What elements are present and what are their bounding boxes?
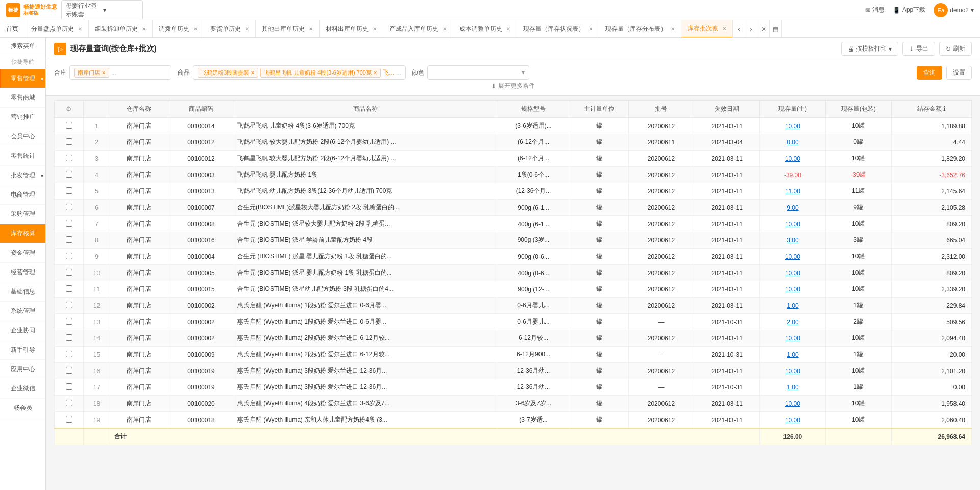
sidebar-item-inventory[interactable]: 库存核算 [0,224,45,243]
sidebar-item-member2[interactable]: 畅会员 [0,399,45,418]
tab-product-in[interactable]: 产成品入库单历史 ✕ [383,20,453,38]
cell-checkbox[interactable] [55,281,84,298]
close-tab-other-out[interactable]: ✕ [309,26,313,32]
cell-stock-main[interactable]: 10.00 [760,265,826,281]
sidebar-item-finance[interactable]: 资金管理 [0,243,45,263]
cell-checkbox[interactable] [55,396,84,412]
settings-button[interactable]: 设置 [946,66,972,80]
tab-menu-btn[interactable]: ▤ [770,20,782,38]
cell-stock-main[interactable]: 1.00 [760,298,826,314]
tab-home[interactable]: 首页 [0,20,25,38]
tab-other-out[interactable]: 其他出库单历史 ✕ [256,20,320,38]
cell-checkbox[interactable] [55,118,84,134]
cell-stock-main[interactable]: 10.00 [760,330,826,347]
close-tab-stock-dist[interactable]: ✕ [671,26,675,32]
sidebar-item-marketing[interactable]: 营销推广 [0,108,45,127]
sidebar-item-purchase[interactable]: 采购管理 [0,205,45,224]
print-button[interactable]: 🖨 按模板打印 ▾ [841,42,898,56]
cell-checkbox[interactable] [55,412,84,429]
cell-checkbox[interactable] [55,249,84,265]
export-button[interactable]: ⤓ 导出 [902,42,935,56]
cell-stock-main[interactable]: 1.00 [760,347,826,363]
tab-batch[interactable]: 库存批次账 ✕ [681,20,733,38]
close-tab-material-out[interactable]: ✕ [373,26,377,32]
cell-checkbox[interactable] [55,151,84,167]
sidebar-item-system[interactable]: 系统管理 [0,302,45,321]
tab-cost-adjust[interactable]: 成本调整单历史 ✕ [453,20,517,38]
cell-checkbox[interactable] [55,314,84,330]
close-tab-mix[interactable]: ✕ [193,26,198,32]
remove-product-tag-2[interactable]: ✕ [373,70,377,76]
cell-stock-main[interactable]: 10.00 [760,216,826,232]
sidebar-item-wholesale[interactable]: 批发管理 ▾ [0,166,45,185]
cell-checkbox[interactable] [55,216,84,232]
tab-mix[interactable]: 调拨单历史 ✕ [153,20,204,38]
sidebar-search[interactable]: 搜索英单 [0,38,45,55]
sidebar-item-enterprise[interactable]: 企业协同 [0,321,45,340]
close-tab-stock-status[interactable]: ✕ [589,26,593,32]
product-tag-more[interactable]: 飞... [383,68,394,77]
color-input[interactable]: ▾ [427,65,529,80]
cell-checkbox[interactable] [55,298,84,314]
sidebar-toggle-btn[interactable]: ▷ [54,43,66,55]
cell-checkbox[interactable] [55,134,84,151]
sidebar-item-weixin[interactable]: 企业微信 [0,379,45,399]
cell-checkbox[interactable] [55,363,84,379]
cell-stock-main[interactable]: 10.00 [760,396,826,412]
cell-stock-main[interactable]: 2.00 [760,314,826,330]
cell-stock-main[interactable]: 3.00 [760,232,826,249]
col-settings[interactable]: ⚙ [55,101,84,118]
cell-stock-main[interactable]: 0.00 [760,134,826,151]
tab-next-btn[interactable]: › [745,20,757,38]
sidebar-item-basic[interactable]: 基础信息 [0,282,45,302]
cell-stock-main[interactable]: 10.00 [760,412,826,429]
close-tab-product-in[interactable]: ✕ [443,26,447,32]
cell-stock-main[interactable]: 9.00 [760,200,826,216]
cell-stock-main[interactable]: 11.00 [760,183,826,200]
messages-button[interactable]: ✉ 消息 [865,6,885,14]
cell-stock-main[interactable]: 10.00 [760,118,826,134]
remove-warehouse-tag-1[interactable]: ✕ [102,70,106,76]
app-download-button[interactable]: 📱 App下载 [893,6,925,14]
cell-checkbox[interactable] [55,347,84,363]
tab-prev-btn[interactable]: ‹ [733,20,745,38]
remove-product-tag-1[interactable]: ✕ [251,70,255,76]
settings-icon[interactable]: ⚙ [66,105,72,113]
tab-disassemble[interactable]: 组装拆卸单历史 ✕ [89,20,153,38]
sidebar-item-appcenter[interactable]: 应用中心 [0,360,45,379]
sidebar-item-retail-shop[interactable]: 零售商城 [0,88,45,108]
sidebar-item-member[interactable]: 会员中心 [0,127,45,146]
close-tab-cost-adjust[interactable]: ✕ [506,26,510,32]
refresh-button[interactable]: ↻ 刷新 [939,42,972,56]
cell-checkbox[interactable] [55,200,84,216]
cell-stock-main[interactable]: -39.00 [760,167,826,183]
cell-checkbox[interactable] [55,379,84,396]
tab-close-btn[interactable]: ✕ [757,20,770,38]
sidebar-item-operations[interactable]: 经营管理 [0,263,45,282]
store-selector[interactable]: 母婴行业演示账套 ▾ [61,0,143,20]
sidebar-item-guide[interactable]: 新手引导 [0,340,45,360]
cell-checkbox[interactable] [55,330,84,347]
tab-split[interactable]: 分量盘点单历史 ✕ [25,20,89,38]
cell-checkbox[interactable] [55,183,84,200]
sidebar-item-retail-mgmt[interactable]: 零售管理 ▾ [0,69,45,88]
search-button[interactable]: 查询 [917,66,942,80]
cell-stock-main[interactable]: 10.00 [760,363,826,379]
close-tab-split[interactable]: ✕ [78,26,82,32]
cell-checkbox[interactable] [55,167,84,183]
close-tab-batch[interactable]: ✕ [722,26,726,31]
cell-checkbox[interactable] [55,232,84,249]
tab-stock-status[interactable]: 现存量（库存状况表） ✕ [517,20,599,38]
cell-stock-main[interactable]: 1.00 [760,379,826,396]
warehouse-input[interactable]: 南岸门店 ✕ ... [69,65,172,80]
cell-stock-main[interactable]: 10.00 [760,281,826,298]
tab-stock-dist[interactable]: 现存量（库存分布表） ✕ [599,20,681,38]
product-input[interactable]: 飞鹤奶粉3段两提装 ✕ 飞鹤星飞帆 儿童奶粉 4段(3-6岁适用) 700克 ✕… [193,65,406,80]
cell-checkbox[interactable] [55,265,84,281]
close-tab-demand[interactable]: ✕ [245,26,249,32]
expand-more-btn[interactable]: ⬇ 展开更多条件 [54,82,972,90]
tab-demand[interactable]: 要货单历史 ✕ [204,20,256,38]
sidebar-item-retail-stats[interactable]: 零售统计 [0,146,45,166]
tab-material-out[interactable]: 材料出库单历史 ✕ [320,20,383,38]
cell-stock-main[interactable]: 10.00 [760,151,826,167]
